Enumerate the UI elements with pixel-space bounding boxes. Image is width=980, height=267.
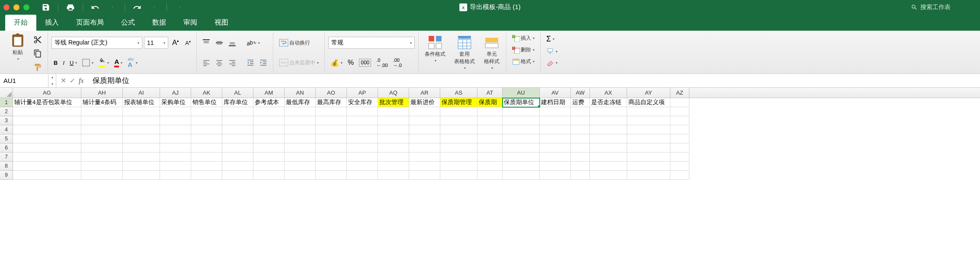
cell-AQ3[interactable]: [378, 116, 409, 125]
cell-AG3[interactable]: [13, 116, 81, 125]
row-header-7[interactable]: 7: [0, 153, 13, 162]
cell-AM5[interactable]: [253, 134, 285, 143]
cell-AX8[interactable]: [590, 162, 627, 171]
print-icon[interactable]: [66, 3, 75, 12]
cell-AU7[interactable]: [503, 153, 540, 162]
column-header-AQ[interactable]: AQ: [378, 88, 409, 98]
cell-AP5[interactable]: [347, 134, 378, 143]
cell-AJ3[interactable]: [160, 116, 191, 125]
column-header-AY[interactable]: AY: [627, 88, 670, 98]
cell-AK9[interactable]: [191, 171, 222, 180]
cell-AT4[interactable]: [477, 125, 503, 134]
cell-AG1[interactable]: 辅计量4是否包装单位: [13, 98, 81, 107]
cell-AZ6[interactable]: [670, 143, 689, 153]
cell-AH8[interactable]: [81, 162, 123, 171]
cell-AJ6[interactable]: [160, 143, 191, 153]
cell-AJ5[interactable]: [160, 134, 191, 143]
decrease-decimal-button[interactable]: .00→.0: [391, 56, 404, 69]
cell-AS1[interactable]: 保质期管理: [440, 98, 477, 107]
cell-AH7[interactable]: [81, 153, 123, 162]
cell-AT1[interactable]: 保质期: [477, 98, 503, 107]
cell-AS9[interactable]: [440, 171, 477, 180]
fill-color-button[interactable]: ▾: [96, 57, 111, 69]
merge-center-button[interactable]: 合并后居中 ▾: [277, 57, 321, 68]
column-header-AR[interactable]: AR: [409, 88, 440, 98]
cell-AS5[interactable]: [440, 134, 477, 143]
column-header-AM[interactable]: AM: [253, 88, 285, 98]
cell-AN7[interactable]: [285, 153, 316, 162]
cell-AM1[interactable]: 参考成本: [253, 98, 285, 107]
tab-审阅[interactable]: 审阅: [175, 15, 206, 31]
column-header-AL[interactable]: AL: [222, 88, 253, 98]
cell-AW2[interactable]: [571, 107, 590, 116]
cell-AV5[interactable]: [540, 134, 571, 143]
align-right-button[interactable]: [226, 57, 238, 68]
cell-AI8[interactable]: [123, 162, 160, 171]
undo-icon[interactable]: [91, 3, 99, 12]
orientation-button[interactable]: ab↻▾: [244, 38, 262, 48]
cell-AZ8[interactable]: [670, 162, 689, 171]
enter-formula-button[interactable]: ✓: [70, 76, 75, 85]
cell-AX5[interactable]: [590, 134, 627, 143]
increase-font-button[interactable]: A▴: [170, 37, 181, 48]
select-all-corner[interactable]: [0, 88, 13, 98]
cell-AK2[interactable]: [191, 107, 222, 116]
cell-AZ9[interactable]: [670, 171, 689, 180]
row-header-8[interactable]: 8: [0, 162, 13, 171]
tab-插入[interactable]: 插入: [36, 15, 67, 31]
number-format-combo[interactable]: 常规▾: [328, 37, 415, 49]
cell-AK7[interactable]: [191, 153, 222, 162]
row-header-9[interactable]: 9: [0, 171, 13, 180]
cell-AZ2[interactable]: [670, 107, 689, 116]
cell-AG4[interactable]: [13, 125, 81, 134]
cell-AR2[interactable]: [409, 107, 440, 116]
cell-AR6[interactable]: [409, 143, 440, 153]
cell-AO4[interactable]: [316, 125, 347, 134]
column-header-AO[interactable]: AO: [316, 88, 347, 98]
clear-button[interactable]: ▾: [544, 58, 560, 67]
cell-AU9[interactable]: [503, 171, 540, 180]
column-header-AI[interactable]: AI: [123, 88, 160, 98]
cell-AQ2[interactable]: [378, 107, 409, 116]
cell-AP1[interactable]: 安全库存: [347, 98, 378, 107]
cell-AT3[interactable]: [477, 116, 503, 125]
tab-页面布局[interactable]: 页面布局: [67, 15, 112, 31]
cell-AT9[interactable]: [477, 171, 503, 180]
cell-AL3[interactable]: [222, 116, 253, 125]
cell-AQ9[interactable]: [378, 171, 409, 180]
cell-AZ5[interactable]: [670, 134, 689, 143]
cell-AQ6[interactable]: [378, 143, 409, 153]
column-header-AZ[interactable]: AZ: [670, 88, 689, 98]
cell-AQ1[interactable]: 批次管理: [378, 98, 409, 107]
spreadsheet-grid[interactable]: AGAHAIAJAKALAMANAOAPAQARASATAUAVAWAXAYAZ…: [0, 88, 980, 180]
percent-button[interactable]: %: [346, 57, 356, 68]
cell-AZ1[interactable]: [670, 98, 689, 107]
cell-AT8[interactable]: [477, 162, 503, 171]
delete-cells-button[interactable]: ×删除▾: [510, 45, 537, 55]
cell-AP8[interactable]: [347, 162, 378, 171]
cell-AX3[interactable]: [590, 116, 627, 125]
tab-视图[interactable]: 视图: [206, 15, 237, 31]
copy-button[interactable]: [31, 48, 44, 59]
cell-AR7[interactable]: [409, 153, 440, 162]
cell-AS7[interactable]: [440, 153, 477, 162]
cell-AK6[interactable]: [191, 143, 222, 153]
format-painter-button[interactable]: [31, 62, 44, 73]
cell-AX7[interactable]: [590, 153, 627, 162]
cell-AR9[interactable]: [409, 171, 440, 180]
cell-AZ3[interactable]: [670, 116, 689, 125]
cell-AL7[interactable]: [222, 153, 253, 162]
chevron-up-icon[interactable]: ▴: [48, 74, 56, 81]
cell-AM8[interactable]: [253, 162, 285, 171]
cell-AZ4[interactable]: [670, 125, 689, 134]
search-sheet-box[interactable]: 搜索工作表: [907, 3, 977, 12]
format-as-table-button[interactable]: 套用 表格格式 ▾: [452, 34, 477, 71]
cell-AV2[interactable]: [540, 107, 571, 116]
cell-AW7[interactable]: [571, 153, 590, 162]
cell-AV3[interactable]: [540, 116, 571, 125]
cell-AG8[interactable]: [13, 162, 81, 171]
cell-AJ2[interactable]: [160, 107, 191, 116]
cell-AX6[interactable]: [590, 143, 627, 153]
cell-AH3[interactable]: [81, 116, 123, 125]
qat-customize-icon[interactable]: ▾: [176, 3, 184, 12]
